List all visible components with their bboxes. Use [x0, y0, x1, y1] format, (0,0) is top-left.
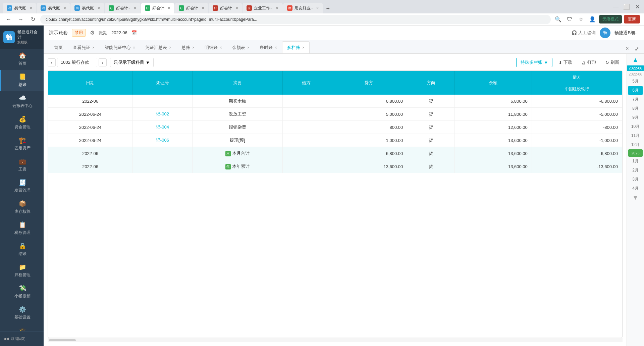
download-button[interactable]: ⬇ 下载 [555, 58, 576, 67]
tab-close-9[interactable]: × [316, 5, 319, 11]
back-button[interactable]: ← [4, 15, 13, 24]
sidebar-item-close[interactable]: 🔒 结账 [0, 239, 44, 260]
timeline-month-9[interactable]: 9月 [627, 113, 644, 122]
tab-general[interactable]: 总账 × [176, 41, 200, 53]
timeline-down-button[interactable]: ▼ [631, 193, 640, 203]
sidebar-item-invoice[interactable]: 🧾 发票管理 [0, 176, 44, 197]
timeline-month-2023-3[interactable]: 3月 [627, 175, 644, 184]
account-tag[interactable]: 禁用 [72, 29, 86, 37]
tab-close-7[interactable]: × [235, 5, 238, 11]
tab-icon-3: 易 [74, 5, 80, 11]
tab-close-multi[interactable]: × [302, 45, 305, 50]
consulting-button[interactable]: 🎧 人工咨询 [572, 30, 596, 36]
tab-close-detail[interactable]: × [220, 45, 222, 50]
timeline-month-11[interactable]: 11月 [627, 131, 644, 140]
cell-voucher-5 [133, 147, 193, 160]
timeline-month-8[interactable]: 8月 [627, 104, 644, 113]
browser-tab-2[interactable]: 易 易代账 × [37, 3, 70, 13]
browser-tab-1[interactable]: 易 易代账 × [3, 3, 36, 13]
reload-button[interactable]: ↻ [28, 15, 38, 24]
search-icon[interactable]: 🔍 [553, 15, 563, 24]
cell-voucher-2[interactable]: 记-002 [133, 108, 193, 121]
account-settings-icon[interactable]: ⚙ [90, 30, 95, 36]
filter-button[interactable]: 只显示下级科目 ▼ [110, 58, 154, 67]
forward-button[interactable]: → [16, 15, 25, 24]
tab-close-5[interactable]: × [168, 5, 170, 11]
profile-icon[interactable]: 👤 [588, 15, 597, 24]
timeline-month-12[interactable]: 12月 [627, 140, 644, 149]
tab-close-general[interactable]: × [192, 45, 195, 50]
browser-tab-6[interactable]: 好 好会计 × [175, 3, 208, 13]
cell-balance-2: 11,800.00 [454, 108, 532, 121]
tab-balance[interactable]: 余额表 × [227, 41, 255, 53]
sidebar-item-home[interactable]: 🏠 首页 [0, 49, 44, 70]
refresh-button[interactable]: ↻ 刷新 [602, 58, 623, 67]
timeline-year-2023-badge[interactable]: 2023 [628, 149, 643, 157]
tab-close-sequence[interactable]: × [275, 45, 277, 50]
tab-close-3[interactable]: × [97, 5, 100, 11]
maximize-button[interactable]: ⬜ [623, 3, 631, 11]
tab-close-8[interactable]: × [276, 5, 278, 11]
tab-close-1[interactable]: × [30, 5, 32, 11]
tab-smart[interactable]: 智能凭证中心 × [100, 41, 140, 53]
tab-multi[interactable]: 多栏账 × [282, 41, 310, 53]
sidebar-item-assets[interactable]: 🏗️ 固定资产 [0, 133, 44, 154]
close-browser-button[interactable]: ✕ [633, 3, 641, 11]
horizontal-scrollbar[interactable] [48, 338, 623, 342]
browser-tab-8[interactable]: 企 企业工作~ × [243, 3, 282, 13]
collapse-sidebar-button[interactable]: ◀◀ 取消固定 [3, 335, 40, 343]
timeline-up-button[interactable]: ▲ [631, 55, 640, 65]
tab-close-6[interactable]: × [202, 5, 204, 11]
browser-tab-7[interactable]: 好 好会计 × [209, 3, 242, 13]
timeline-month-6[interactable]: 6月 [628, 86, 643, 95]
tab-close-summary[interactable]: × [169, 45, 171, 50]
sidebar-item-ledger[interactable]: 📒 总账 [0, 70, 44, 91]
timeline-month-10[interactable]: 10月 [627, 122, 644, 131]
tab-close-balance[interactable]: × [247, 45, 250, 50]
tab-voucher[interactable]: 查看凭证 × [68, 41, 100, 53]
tab-close-voucher[interactable]: × [92, 45, 95, 50]
tab-home[interactable]: 首页 [49, 41, 68, 53]
sidebar-item-tax[interactable]: 📋 税务管理 [0, 218, 44, 239]
sidebar-item-expense[interactable]: 💸 小畅报销 [0, 281, 44, 302]
scroll-thumb[interactable] [49, 339, 76, 341]
url-bar[interactable]: cloud2.chanjet.com/accounting/uh26t264j5… [40, 15, 551, 24]
sidebar-item-funds[interactable]: 💰 资金管理 [0, 112, 44, 133]
update-button[interactable]: 更新 [624, 15, 640, 23]
browser-tab-5[interactable]: 好 好会计 × [141, 3, 174, 13]
sidebar-item-settings[interactable]: ⚙️ 基础设置 [0, 302, 44, 324]
tab-collapse-button[interactable]: × [623, 44, 632, 53]
browser-tab-9[interactable]: 用 用友好业~ × [283, 3, 323, 13]
timeline-month-7[interactable]: 7月 [627, 95, 644, 104]
tab-close-smart[interactable]: × [133, 45, 135, 50]
incognito-button[interactable]: 无痕模式 [599, 15, 622, 23]
timeline-month-2023-2[interactable]: 2月 [627, 166, 644, 175]
browser-tab-4[interactable]: 好 好会计~ × [105, 3, 141, 13]
tab-expand-button[interactable]: ⤢ [632, 44, 641, 53]
timeline-month-2023-4[interactable]: 4月 [627, 184, 644, 193]
tab-close-4[interactable]: × [134, 5, 137, 11]
tab-detail[interactable]: 明细账 × [200, 41, 227, 53]
special-multi-account-button[interactable]: 特殊多栏账 ▼ [516, 58, 552, 67]
calendar-icon[interactable]: 📅 [131, 30, 137, 35]
cell-voucher-4[interactable]: 记-006 [133, 134, 193, 147]
star-icon[interactable]: ☆ [576, 15, 586, 24]
sidebar-item-archive[interactable]: 📁 归档管理 [0, 260, 44, 281]
print-button[interactable]: 🖨 打印 [578, 58, 599, 67]
cell-voucher-3[interactable]: 记-004 [133, 121, 193, 134]
account-next-button[interactable]: › [99, 58, 107, 66]
tab-sequence[interactable]: 序时账 × [255, 41, 282, 53]
new-tab-button[interactable]: + [323, 4, 333, 13]
sidebar-item-cloud[interactable]: ☁️ 云报表中心 [0, 91, 44, 112]
account-prev-button[interactable]: ‹ [48, 58, 56, 66]
tab-close-2[interactable]: × [63, 5, 66, 11]
sidebar-item-salary[interactable]: 💼 工资 [0, 154, 44, 176]
timeline-month-5[interactable]: 5月 [627, 77, 644, 86]
browser-tab-3[interactable]: 易 易代账 × [70, 3, 104, 13]
timeline-month-2023-1[interactable]: 1月 [627, 157, 644, 166]
sidebar-item-inventory[interactable]: 📦 库存核算 [0, 197, 44, 218]
shield-icon[interactable]: 🛡 [565, 15, 574, 24]
tab-summary[interactable]: 凭证汇总表 × [140, 41, 176, 53]
minimize-button[interactable]: — [612, 3, 620, 11]
sidebar-item-guide[interactable]: 🎓 新手引导 [0, 324, 44, 331]
